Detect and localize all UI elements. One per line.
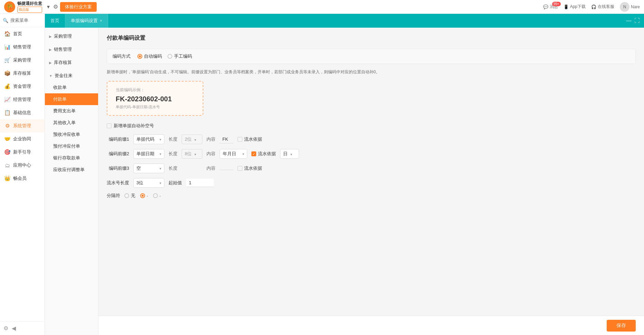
prefix1-arrow-icon [158,138,161,141]
nav-item-advance-offset[interactable]: 预付冲应付单 [45,140,98,152]
prefix2-stream-checkbox[interactable]: ✓ 流水依据 [251,151,276,157]
sep-dot-radio[interactable]: · [140,193,148,198]
logo-text: 畅捷通好生意 猫品版 [17,1,42,13]
sidebar: 🔍 搜索菜单 🏠 首页 📊 销售管理 🛒 采购管理 📦 库存核算 💰 资金管理 … [0,14,45,335]
prefix2-content-select[interactable]: 年月日 [220,149,247,159]
arrow-icon: ▶ [49,48,52,52]
prefix1-length-select[interactable]: 2位 [182,134,202,144]
auto-radio-circle [137,54,142,59]
sidebar-item-purchase[interactable]: 🛒 采购管理 [0,54,45,67]
auto-encode-radio[interactable]: 自动编码 [137,53,162,59]
sidebar-item-operation[interactable]: 📈 经营管理 [0,93,45,106]
tab-close-icon[interactable]: × [100,18,102,23]
separator-options: 无 · · [124,193,161,199]
nav-item-receipt[interactable]: 收款单 [45,82,98,93]
sidebar-item-apps[interactable]: 🗂 应用中心 [0,159,45,172]
app-download-button[interactable]: 📱 App下载 [564,4,586,10]
prefix3-content-value [220,167,233,170]
search-menu-button[interactable]: 🔍 搜索菜单 [0,14,45,27]
nav-section-stock: ▶ 库存核算 [45,57,98,68]
sep-none-circle [124,193,129,198]
messages-button[interactable]: 💬 消息 99+ [543,4,558,10]
prefix3-arrow-icon [158,167,161,170]
maximize-button[interactable]: ⛶ [634,18,640,24]
serial-length-select[interactable]: 3位 [133,178,164,188]
prefix1-select[interactable]: 单据代码 [133,134,164,144]
message-icon: 💬 [543,4,548,9]
nav-group-finance[interactable]: ▼ 资金往来 [45,70,98,82]
username-label: Nare [631,4,640,9]
tab-encode-settings[interactable]: 单据编码设置 × [65,14,108,28]
avatar: N [620,2,629,12]
topbar-right: 💬 消息 99+ 📱 App下载 🎧 在线客服 N Nare [543,2,640,12]
nav-item-payment[interactable]: 付款单 [45,93,98,105]
sidebar-item-basic[interactable]: 📋 基础信息 [0,106,45,119]
online-service-button[interactable]: 🎧 在线客服 [591,4,614,10]
sep-none-radio[interactable]: 无 [124,193,135,199]
sidebar-collapse-icon[interactable]: ◀ [12,325,16,332]
prefix2-length-select[interactable]: 8位 [182,149,202,159]
prefix2-stream-cb: ✓ [251,151,256,156]
serial-length-arrow-icon [158,181,161,185]
sidebar-item-stock[interactable]: 📦 库存核算 [0,67,45,80]
purchase-icon: 🛒 [4,57,10,63]
prefix1-stream-checkbox[interactable]: 流水依据 [238,136,262,142]
prefix2-row: 编码前缀2 单据日期 长度 8位 内容 年月日 [107,149,636,159]
finance-icon: 💰 [4,83,10,90]
prefix2-content-arrow-icon [241,152,244,156]
nav-item-prepay-offset[interactable]: 预收冲应收单 [45,129,98,140]
nav-item-bank[interactable]: 银行存取款单 [45,152,98,164]
dropdown-button[interactable]: ▾ [46,2,51,11]
encode-method-radio-group: 自动编码 手工编码 [137,53,192,59]
topbar-controls: ▾ ⚙ 体验行业方案 [46,2,97,12]
minimize-button[interactable]: — [626,18,632,24]
settings-icon[interactable]: ⚙ [53,3,58,10]
system-icon: ⚙ [4,123,10,129]
topbar: 🎋 畅捷通好生意 猫品版 ▾ ⚙ 体验行业方案 💬 消息 99+ 📱 App下载… [0,0,644,14]
serial-row: 流水号长度 3位 起始值 [107,178,636,188]
nav-item-adjust[interactable]: 应收应付调整单 [45,164,98,176]
nav-item-other-income[interactable]: 其他收入单 [45,117,98,129]
sidebar-item-finance[interactable]: 💰 资金管理 [0,80,45,93]
prefix2-select[interactable]: 单据日期 [133,149,164,159]
sidebar-bottom: ⚙ ◀ [0,321,45,335]
sidebar-item-newbie[interactable]: 🎯 新手引导 [0,146,45,159]
manual-encode-radio[interactable]: 手工编码 [167,53,192,59]
tabbar-actions: — ⛶ [622,18,644,24]
nav-group-purchase[interactable]: ▶ 采购管理 [45,30,98,42]
arrow-icon: ▶ [49,61,52,65]
nav-group-stock[interactable]: ▶ 库存核算 [45,57,98,68]
sidebar-settings-icon[interactable]: ⚙ [3,325,8,332]
home-icon: 🏠 [4,31,10,37]
sep-dot-circle [140,193,145,198]
nav-group-sales[interactable]: ▶ 销售管理 [45,44,98,55]
sep-dot2-radio[interactable]: · [153,193,161,198]
nav-item-expense[interactable]: 费用支出单 [45,105,98,117]
hint-text: 新增单据时，'单据编码'自动生成，不可编辑。前缀设置为部门、业务员等档案类，开单… [107,69,636,75]
sidebar-item-sales[interactable]: 📊 销售管理 [0,40,45,54]
prefix3-select[interactable]: 空 [133,164,164,173]
operation-icon: 📈 [4,96,10,103]
encode-method-section: 编码方式 自动编码 手工编码 [107,49,636,64]
sidebar-item-enterprise[interactable]: 🤝 企业协同 [0,132,45,146]
search-icon: 🔍 [3,18,8,23]
separator-row: 分隔符 无 · [107,193,636,199]
auto-fill-checkbox[interactable] [107,123,112,128]
tab-home[interactable]: 首页 [45,14,65,28]
page-layout: ▶ 采购管理 ▶ 销售管理 ▶ 库存核算 [45,28,644,335]
sidebar-item-home[interactable]: 🏠 首页 [0,27,45,40]
industry-button[interactable]: 体验行业方案 [60,2,97,12]
serial-start-input[interactable] [186,179,214,187]
sidebar-item-system[interactable]: ⚙ 系统管理 [0,119,45,132]
prefix3-stream-checkbox[interactable]: 流水依据 [238,165,262,171]
logo-icon: 🎋 [4,1,15,12]
prefix2-day-select[interactable]: 日 [280,149,299,159]
code-preview: 当前编码示例： FK-20230602-001 单据代码-单据日期-流水号 [107,81,203,116]
prefix2-arrow-icon [158,152,161,156]
nav-section-finance: ▼ 资金往来 收款单 付款单 费用支出单 其他收入单 预收冲应收单 预付冲应付单… [45,70,98,176]
prefix3-stream-cb [238,166,242,171]
bottom-bar: 保存 [98,316,644,335]
user-menu[interactable]: N Nare [620,2,640,12]
save-button[interactable]: 保存 [607,320,636,332]
sidebar-item-member[interactable]: 👑 畅会员 [0,172,45,185]
